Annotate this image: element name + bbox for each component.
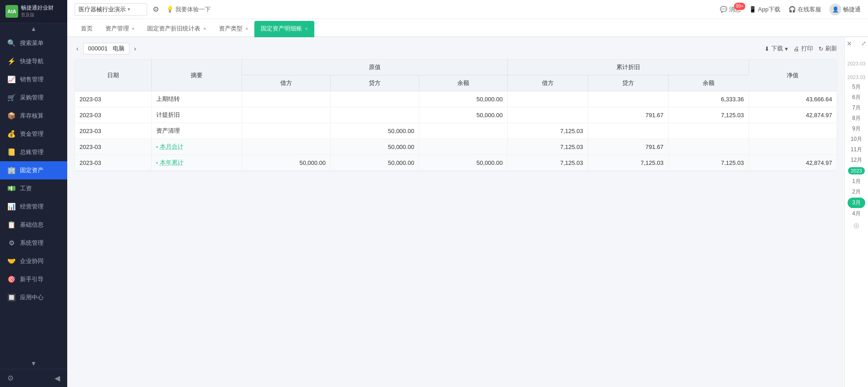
asset-name: 电脑 xyxy=(113,45,124,52)
sidebar-item-label: 系统管理 xyxy=(20,239,44,247)
timeline-month-7[interactable]: 7月 xyxy=(845,103,868,113)
sidebar-nav: 🔍 搜索菜单 ⚡ 快捷导航 📈 销售管理 🛒 采购管理 📦 库存核算 💰 资金管… xyxy=(0,34,67,358)
timeline-month-10[interactable]: 10月 xyxy=(845,134,868,144)
topbar-right: 💬 消息 99+ 📱 App下载 🎧 在线客服 👤 畅捷通 xyxy=(720,4,861,15)
table-row-orig-debit xyxy=(242,139,331,155)
company-name: 医疗器械行业演示 xyxy=(79,5,126,14)
tab-asset-management[interactable]: 资产管理 × xyxy=(99,21,141,37)
timeline-current-year-badge[interactable]: 2023 xyxy=(848,167,864,174)
user-info[interactable]: 👤 畅捷通 xyxy=(829,4,861,15)
sidebar-scroll-down[interactable]: ▼ xyxy=(0,358,67,369)
chevron-down-icon: ▾ xyxy=(785,45,788,52)
sidebar-item-system[interactable]: ⚙ 系统管理 xyxy=(0,234,67,252)
username: 畅捷通 xyxy=(843,5,861,14)
topbar: 医疗器械行业演示 ▾ ⚙ 💡 我要体验一下 💬 消息 99+ 📱 App下载 🎧… xyxy=(67,0,868,19)
table-row-summary[interactable]: ▪ 本年累计 xyxy=(152,155,242,171)
tab-close-icon[interactable]: × xyxy=(305,26,308,31)
table-row-depr-debit: 7,125.03 xyxy=(507,123,588,139)
gear-icon: ⚙ xyxy=(7,239,15,247)
sidebar-item-purchase[interactable]: 🛒 采购管理 xyxy=(0,89,67,107)
sidebar-item-search[interactable]: 🔍 搜索菜单 xyxy=(0,34,67,52)
sidebar-item-quick-nav[interactable]: ⚡ 快捷导航 xyxy=(0,52,67,70)
sidebar-item-label: 销售管理 xyxy=(20,75,44,84)
timeline-month-1[interactable]: 1月 xyxy=(845,176,868,187)
refresh-btn[interactable]: ↻ 刷新 xyxy=(818,45,837,53)
tab-label: 资产类型 xyxy=(219,25,243,33)
table-row-summary: 上期结转 xyxy=(152,91,242,107)
timeline-month-11[interactable]: 11月 xyxy=(845,144,868,155)
company-selector[interactable]: 医疗器械行业演示 ▾ xyxy=(74,3,147,16)
sidebar-item-label: 采购管理 xyxy=(20,94,44,102)
timeline-month-8[interactable]: 8月 xyxy=(845,113,868,124)
table-row-depr-debit: 7,125.03 xyxy=(507,155,588,171)
timeline-month-4[interactable]: 4月 xyxy=(845,208,868,219)
sidebar: AtA 畅捷通好业财 普及版 ▲ 🔍 搜索菜单 ⚡ 快捷导航 📈 销售管理 🛒 … xyxy=(0,0,67,387)
sidebar-item-app-center[interactable]: 🔲 应用中心 xyxy=(0,288,67,307)
sidebar-item-fixed-assets[interactable]: 🏢 固定资产 xyxy=(0,161,67,179)
print-btn[interactable]: 🖨 打印 xyxy=(794,45,813,53)
tab-asset-type[interactable]: 资产类型 × xyxy=(213,21,254,37)
timeline-add-btn[interactable]: ⊕ xyxy=(853,221,860,231)
sidebar-scroll-up[interactable]: ▲ xyxy=(0,23,67,34)
company-settings-icon[interactable]: ⚙ xyxy=(153,5,159,14)
sidebar-item-label: 总账管理 xyxy=(20,148,44,156)
sidebar-header: AtA 畅捷通好业财 普及版 xyxy=(0,0,67,23)
timeline-close-btn[interactable]: ✕ xyxy=(847,40,852,47)
table-row-depr-debit xyxy=(507,91,588,107)
print-icon: 🖨 xyxy=(794,45,799,52)
sidebar-item-funds[interactable]: 💰 资金管理 xyxy=(0,125,67,143)
app-edition: 普及版 xyxy=(21,12,54,18)
next-asset-btn[interactable]: › xyxy=(132,44,138,53)
sidebar-item-label: 快捷导航 xyxy=(20,57,44,65)
asset-ledger-table: 日期 摘要 原值 累计折旧 净值 借方 贷方 余额 借方 贷方 余额 xyxy=(74,59,837,171)
sidebar-item-operations[interactable]: 📊 经营管理 xyxy=(0,198,67,216)
prev-asset-btn[interactable]: ‹ xyxy=(74,44,80,53)
table-row-summary[interactable]: ▪ 本月合计 xyxy=(152,139,242,155)
download-btn[interactable]: ⬇ 下载 ▾ xyxy=(764,45,788,53)
asset-code: 000001 xyxy=(88,45,108,52)
table-row-orig-balance: 50,000.00 xyxy=(419,155,507,171)
tab-home-label: 首页 xyxy=(81,25,93,33)
tab-label: 固定资产明细账 xyxy=(261,25,302,33)
table-row-net-value: 43,666.64 xyxy=(749,91,837,107)
sidebar-item-payroll[interactable]: 💵 工资 xyxy=(0,179,67,198)
download-icon: 📱 xyxy=(749,6,756,13)
settings-icon[interactable]: ⚙ xyxy=(7,374,14,382)
building-icon: 🏢 xyxy=(7,166,15,174)
money-icon: 💰 xyxy=(7,130,15,138)
timeline-month-9[interactable]: 9月 xyxy=(845,124,868,134)
tab-asset-ledger[interactable]: 固定资产明细账 × xyxy=(254,21,314,37)
message-btn[interactable]: 💬 消息 99+ xyxy=(720,5,741,14)
col-original-value: 原值 xyxy=(242,60,508,75)
sidebar-item-sales[interactable]: 📈 销售管理 xyxy=(0,70,67,89)
timeline-month-3-active[interactable]: 3月 xyxy=(848,198,865,208)
timeline-month-6[interactable]: 6月 xyxy=(845,92,868,103)
timeline-month-2[interactable]: 2月 xyxy=(845,187,868,197)
customer-service-btn[interactable]: 🎧 在线客服 xyxy=(789,5,821,14)
tab-close-icon[interactable]: × xyxy=(132,26,134,31)
wage-icon: 💵 xyxy=(7,184,15,193)
tab-home[interactable]: 首页 xyxy=(74,21,99,37)
app-title: 畅捷通好业财 xyxy=(21,5,54,12)
table-row-orig-credit: 50,000.00 xyxy=(331,123,419,139)
collapse-sidebar-icon[interactable]: ◀ xyxy=(55,374,60,382)
sidebar-item-inventory[interactable]: 📦 库存核算 xyxy=(0,107,67,125)
tab-close-icon[interactable]: × xyxy=(203,26,206,31)
sidebar-item-guide[interactable]: 🎯 新手引导 xyxy=(0,270,67,288)
app-download-btn[interactable]: 📱 App下载 xyxy=(749,5,780,14)
timeline-month-5[interactable]: 5月 xyxy=(845,82,868,92)
download-icon: ⬇ xyxy=(764,45,769,52)
sidebar-item-cooperation[interactable]: 🤝 企业协同 xyxy=(0,252,67,270)
sidebar-item-base-info[interactable]: 📋 基础信息 xyxy=(0,216,67,234)
table-row-depr-credit: 791.67 xyxy=(588,139,668,155)
table-row-orig-balance: 50,000.00 xyxy=(419,91,507,107)
table-row-net-value: 42,874.97 xyxy=(749,107,837,123)
tab-depreciation-stats[interactable]: 固定资产折旧统计表 × xyxy=(141,21,212,37)
app-logo: AtA xyxy=(5,5,18,18)
tab-close-icon[interactable]: × xyxy=(245,26,248,31)
experience-btn[interactable]: 💡 我要体验一下 xyxy=(166,5,211,14)
experience-icon: 💡 xyxy=(166,6,174,13)
timeline-expand-btn[interactable]: ⤢ xyxy=(861,40,866,47)
sidebar-item-ledger[interactable]: 📒 总账管理 xyxy=(0,143,67,161)
timeline-month-12[interactable]: 12月 xyxy=(845,155,868,165)
